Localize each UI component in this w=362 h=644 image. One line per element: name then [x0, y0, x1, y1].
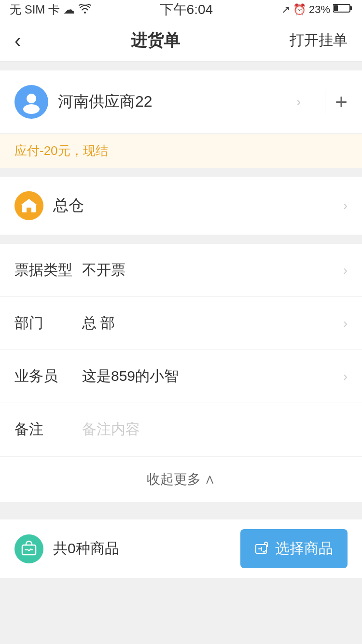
product-icon-wrap — [14, 534, 43, 563]
salesperson-arrow-icon: › — [343, 369, 348, 384]
section-divider-3 — [0, 235, 362, 244]
section-divider-4 — [0, 502, 362, 511]
select-product-button[interactable]: 选择商品 — [240, 529, 348, 568]
department-arrow-icon: › — [343, 316, 348, 331]
supplier-section: 河南供应商22 › + 应付-20元，现结 — [0, 70, 362, 168]
add-supplier-button[interactable]: + — [335, 90, 348, 114]
svg-rect-8 — [22, 545, 36, 555]
salesperson-label: 业务员 — [14, 366, 82, 386]
warehouse-arrow-icon: › — [343, 198, 348, 213]
battery-label: 23% — [309, 3, 330, 16]
svg-point-3 — [27, 94, 36, 103]
section-divider-2 — [0, 168, 362, 177]
svg-rect-1 — [350, 6, 352, 10]
form-section: 票据类型 不开票 › 部门 总 部 › 业务员 这是859的小智 › 备注 备注… — [0, 244, 362, 502]
remark-value: 备注内容 — [82, 420, 348, 439]
department-row[interactable]: 部门 总 部 › — [0, 297, 362, 350]
nav-bar: ‹ 进货单 打开挂单 — [0, 19, 362, 62]
select-product-label: 选择商品 — [275, 539, 333, 559]
svg-point-4 — [23, 104, 40, 114]
collapse-button[interactable]: 收起更多 ∧ — [0, 456, 362, 502]
back-button[interactable]: ‹ — [14, 31, 21, 50]
location-icon: ↗ — [281, 3, 290, 16]
salesperson-value: 这是859的小智 — [82, 366, 343, 386]
warehouse-row[interactable]: 总仓 › — [0, 177, 362, 235]
status-time: 下午6:04 — [160, 0, 213, 19]
warehouse-icon-wrap — [14, 191, 43, 220]
page-background — [0, 578, 362, 644]
invoice-type-arrow-icon: › — [343, 263, 348, 278]
supplier-arrow-icon: › — [296, 94, 301, 110]
status-left: 无 SIM 卡 ☁ — [10, 2, 91, 17]
status-right: ↗ ⏰ 23% — [281, 3, 352, 16]
bottom-bar: 共0种商品 选择商品 — [0, 519, 362, 578]
supplier-name: 河南供应商22 — [58, 91, 296, 112]
svg-rect-2 — [334, 5, 338, 11]
remark-label: 备注 — [14, 420, 82, 439]
supplier-row[interactable]: 河南供应商22 › + — [0, 70, 362, 134]
invoice-type-value: 不开票 — [82, 260, 343, 280]
svg-marker-6 — [21, 199, 37, 205]
invoice-type-row[interactable]: 票据类型 不开票 › — [0, 244, 362, 297]
wifi-icon — [79, 3, 91, 16]
warning-bar: 应付-20元，现结 — [0, 134, 362, 168]
department-value: 总 部 — [82, 313, 343, 333]
warehouse-name: 总仓 — [53, 195, 343, 216]
svg-rect-7 — [27, 208, 31, 212]
department-label: 部门 — [14, 313, 82, 333]
section-divider-1 — [0, 62, 362, 70]
battery-icon — [333, 3, 352, 16]
open-pending-button[interactable]: 打开挂单 — [290, 30, 348, 50]
alarm-icon: ⏰ — [293, 3, 306, 16]
salesperson-row[interactable]: 业务员 这是859的小智 › — [0, 350, 362, 403]
invoice-type-label: 票据类型 — [14, 260, 82, 280]
no-sim-label: 无 SIM 卡 ☁ — [10, 2, 75, 17]
vertical-divider — [325, 90, 325, 114]
supplier-avatar — [14, 85, 48, 119]
status-bar: 无 SIM 卡 ☁ 下午6:04 ↗ ⏰ 23% — [0, 0, 362, 19]
product-count-label: 共0种商品 — [53, 539, 240, 559]
page-title: 进货单 — [131, 29, 180, 52]
remark-row[interactable]: 备注 备注内容 — [0, 403, 362, 456]
